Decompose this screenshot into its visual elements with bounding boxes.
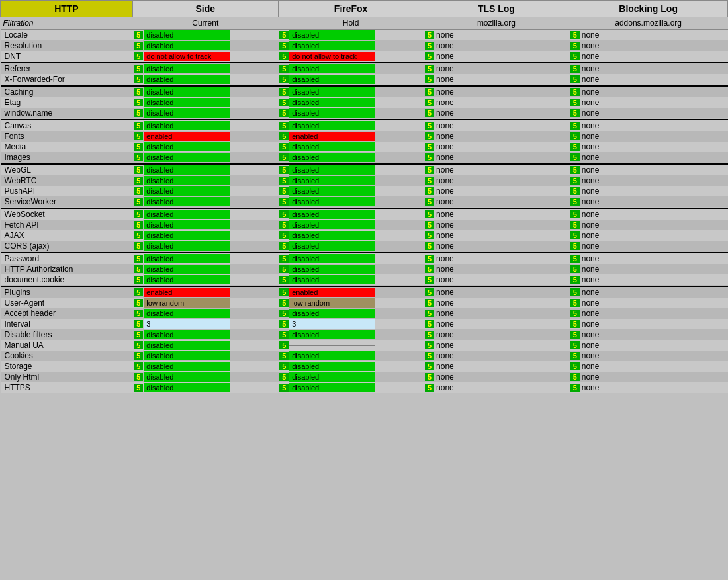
hold-cell[interactable]: 5disabled [278,86,424,97]
current-cell[interactable]: 5low random [132,298,278,308]
hold-cell[interactable]: 5disabled [278,351,424,361]
row-label-locale: Locale [1,30,133,41]
current-cell[interactable]: 5disabled [132,40,278,51]
hold-cell[interactable]: 5disabled [278,74,424,85]
table-row: Password5disabled5disabled5none5none [1,253,728,264]
addons-cell: 5none [569,208,728,220]
mozilla-cell: 5none [424,97,569,108]
hold-cell[interactable]: 5disabled [278,253,424,264]
hold-cell[interactable]: 5disabled [278,308,424,319]
mozilla-cell: 5none [424,120,569,131]
hold-cell[interactable]: 5disabled [278,164,424,175]
row-label-storage: Storage [1,361,133,372]
table-row: PushAPI5disabled5disabled5none5none [1,186,728,196]
current-cell[interactable]: 5disabled [132,372,278,382]
tab-tls[interactable]: TLS Log [424,1,569,17]
row-label-interval: Interval [1,319,133,329]
current-cell[interactable]: 5disabled [132,30,278,41]
addons-cell: 5none [569,351,728,361]
hold-cell[interactable]: 5disabled [278,97,424,108]
hold-cell[interactable]: 5disabled [278,220,424,230]
mozilla-cell: 5none [424,175,569,186]
current-cell[interactable]: 5disabled [132,264,278,274]
hold-cell[interactable]: 5disabled [278,186,424,196]
table-row: CORS (ajax)5disabled5disabled5none5none [1,241,728,251]
current-cell[interactable]: 5disabled [132,351,278,361]
current-cell[interactable]: 5disabled [132,382,278,393]
hold-cell[interactable]: 5disabled [278,152,424,163]
current-cell[interactable]: 5disabled [132,120,278,131]
hold-cell[interactable]: 5enabled [278,131,424,142]
current-cell[interactable]: 5disabled [132,196,278,207]
hold-cell[interactable]: 5disabled [278,208,424,220]
current-cell[interactable]: 5disabled [132,164,278,175]
current-cell[interactable]: 53 [132,319,278,329]
mozilla-cell: 5none [424,372,569,382]
current-cell[interactable]: 5disabled [132,340,278,351]
hold-cell[interactable]: 5disabled [278,196,424,207]
hold-cell[interactable]: 5disabled [278,30,424,41]
current-cell[interactable]: 5disabled [132,142,278,152]
current-cell[interactable]: 5do not allow to track [132,51,278,62]
hold-cell[interactable]: 5disabled [278,264,424,274]
mozilla-cell: 5none [424,286,569,298]
addons-cell: 5none [569,340,728,351]
hold-cell[interactable]: 5do not allow to track [278,51,424,62]
current-cell[interactable]: 5disabled [132,241,278,251]
current-cell[interactable]: 5disabled [132,108,278,118]
mozilla-cell: 5none [424,329,569,340]
hold-cell[interactable]: 5disabled [278,361,424,372]
current-cell[interactable]: 5disabled [132,274,278,285]
hold-cell[interactable]: 5disabled [278,108,424,118]
current-cell[interactable]: 5disabled [132,253,278,264]
tab-http[interactable]: HTTP [1,1,133,17]
hold-cell[interactable]: 5disabled [278,382,424,393]
main-container[interactable]: HTTP Side FireFox TLS Log Blocking Log F… [0,0,728,580]
table-row: ServiceWorker5disabled5disabled5none5non… [1,196,728,207]
hold-cell[interactable]: 5disabled [278,241,424,251]
current-cell[interactable]: 5disabled [132,208,278,220]
current-cell[interactable]: 5disabled [132,329,278,340]
current-cell[interactable]: 5disabled [132,63,278,74]
current-cell[interactable]: 5disabled [132,220,278,230]
addons-cell: 5none [569,241,728,251]
addons-cell: 5none [569,86,728,97]
current-cell[interactable]: 5disabled [132,308,278,319]
mozilla-cell: 5none [424,131,569,142]
current-cell[interactable]: 5enabled [132,286,278,298]
hold-cell[interactable]: 5disabled [278,63,424,74]
table-row: Caching5disabled5disabled5none5none [1,86,728,97]
current-cell[interactable]: 5disabled [132,152,278,163]
hold-cell[interactable]: 5enabled [278,286,424,298]
tab-firefox[interactable]: FireFox [278,1,424,17]
tab-blocking[interactable]: Blocking Log [569,1,728,17]
mozilla-cell: 5none [424,208,569,220]
current-cell[interactable]: 5disabled [132,230,278,241]
hold-cell[interactable]: 5disabled [278,329,424,340]
tab-side[interactable]: Side [132,1,278,17]
mozilla-cell: 5none [424,152,569,163]
hold-cell[interactable]: 5disabled [278,142,424,152]
current-cell[interactable]: 5enabled [132,131,278,142]
hold-cell[interactable]: 53 [278,319,424,329]
mozilla-cell: 5none [424,220,569,230]
current-cell[interactable]: 5disabled [132,186,278,196]
table-row: window.name5disabled5disabled5none5none [1,108,728,118]
addons-cell: 5none [569,230,728,241]
table-row: Canvas5disabled5disabled5none5none [1,120,728,131]
hold-cell[interactable]: 5disabled [278,40,424,51]
hold-cell[interactable]: 5 [278,340,424,351]
hold-cell[interactable]: 5disabled [278,372,424,382]
current-cell[interactable]: 5disabled [132,361,278,372]
current-cell[interactable]: 5disabled [132,97,278,108]
current-cell[interactable]: 5disabled [132,175,278,186]
hold-cell[interactable]: 5disabled [278,175,424,186]
current-cell[interactable]: 5disabled [132,86,278,97]
hold-cell[interactable]: 5low random [278,298,424,308]
hold-cell[interactable]: 5disabled [278,230,424,241]
hold-cell[interactable]: 5disabled [278,120,424,131]
hold-cell[interactable]: 5disabled [278,274,424,285]
table-row: Fetch API5disabled5disabled5none5none [1,220,728,230]
table-row: WebSocket5disabled5disabled5none5none [1,208,728,220]
current-cell[interactable]: 5disabled [132,74,278,85]
